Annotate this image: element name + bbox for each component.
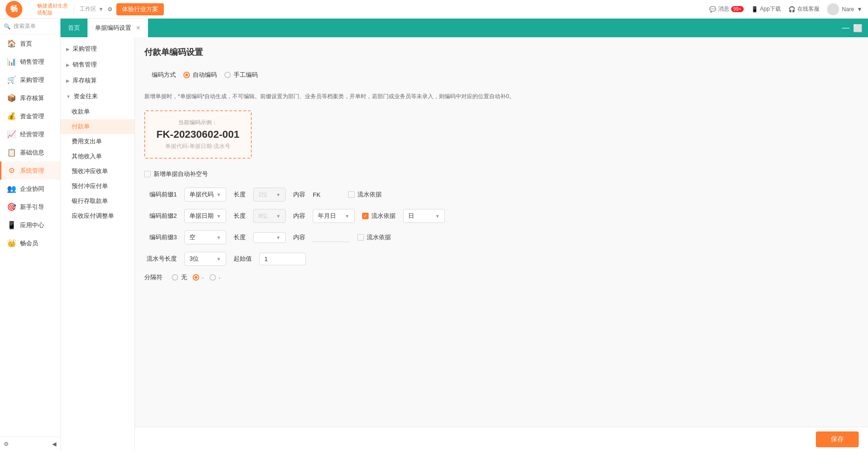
prefix2-label: 编码前缀2 (144, 212, 177, 220)
sidebar-item-member[interactable]: 👑 畅会员 (0, 234, 60, 252)
maximize-btn[interactable]: ⬜ (853, 24, 862, 33)
arrow-down-icon: ▼ (66, 94, 71, 99)
auto-fill-checkbox[interactable] (144, 171, 151, 177)
home-icon: 🏠 (7, 39, 16, 48)
start-value-input[interactable] (259, 253, 306, 265)
prefix1-arrow: ▼ (216, 192, 221, 197)
sep-option-dot1[interactable]: · (193, 274, 204, 281)
sidebar-item-system[interactable]: ⚙ 系统管理 (0, 162, 60, 180)
menu-item-bank[interactable]: 银行存取款单 (61, 194, 135, 209)
app-download-btn[interactable]: 📱 App下载 (751, 5, 781, 13)
menu-item-other-income[interactable]: 其他收入单 (61, 149, 135, 164)
preview-label: 当前编码示例： (156, 119, 240, 127)
user-menu[interactable]: Nare ▼ (827, 3, 862, 15)
prefix2-select[interactable]: 单据日期 ▼ (184, 209, 226, 223)
menu-item-payment[interactable]: 付款单 (61, 119, 135, 134)
purchase-icon: 🛒 (7, 75, 16, 84)
prefix3-label: 编码前缀3 (144, 233, 177, 242)
auto-code-radio[interactable] (183, 72, 190, 78)
menu-group-inventory-title[interactable]: ▶ 库存核算 (61, 73, 135, 88)
serial1-cb-box[interactable] (348, 191, 355, 198)
headset-icon: 🎧 (788, 6, 795, 13)
menu-item-adjust[interactable]: 应收应付调整单 (61, 209, 135, 223)
sep-option-none[interactable]: 无 (172, 273, 187, 282)
sep-none-radio[interactable] (172, 274, 178, 281)
length2-select: 8位 ▼ (253, 209, 286, 223)
serial-length-select[interactable]: 3位 ▼ (184, 252, 226, 266)
manual-code-option[interactable]: 手工编码 (224, 71, 258, 79)
workspace-selector[interactable]: 工作区 ▼ (80, 5, 104, 13)
menu-item-receipt[interactable]: 收款单 (61, 104, 135, 119)
sidebar-item-finance[interactable]: 💰 资金管理 (0, 107, 60, 125)
preview-box: 当前编码示例： FK-20230602-001 单据代码-单据日期-流水号 (144, 110, 252, 159)
length3-select[interactable]: ▼ (253, 232, 286, 243)
sep-option-dot2[interactable]: · (209, 274, 221, 281)
sidebar-item-operations[interactable]: 📈 经营管理 (0, 125, 60, 143)
menu-group-sales-title[interactable]: ▶ 销售管理 (61, 57, 135, 73)
menu-group-inventory: ▶ 库存核算 (61, 73, 135, 88)
sales-icon: 📊 (7, 57, 16, 66)
day-arrow: ▼ (435, 214, 440, 219)
settings-icon-btn[interactable]: ⚙ (108, 6, 113, 13)
online-service-btn[interactable]: 🎧 在线客服 (788, 5, 820, 13)
menu-item-pre-receivable[interactable]: 预收冲应收单 (61, 164, 135, 179)
settings-bottom-btn[interactable]: ⚙ (4, 441, 9, 447)
right-panel: 付款单编码设置 编码方式 自动编码 手工编码 新增单据时，*单据编码*自动生成，… (135, 37, 868, 451)
main-layout: 首页 单据编码设置 ✕ — ⬜ ▶ 采购管理 ▶ 销售管理 (61, 19, 868, 451)
length3-label: 长度 (234, 233, 246, 242)
menu-item-pre-payable[interactable]: 预付冲应付单 (61, 179, 135, 194)
top-bar: 畅 畅捷通好生意 搭配版 工作区 ▼ ⚙ 体验行业方案 💬 消息 99+ 📱 A… (0, 0, 868, 19)
menu-group-purchase-title[interactable]: ▶ 采购管理 (61, 41, 135, 57)
serial2-cb-box[interactable]: ✓ (362, 213, 369, 219)
day-type-select[interactable]: 日 ▼ (403, 209, 445, 223)
serial2-checkbox[interactable]: ✓ 流水依据 (362, 212, 396, 220)
sep-dot2-radio[interactable] (209, 274, 216, 281)
message-btn[interactable]: 💬 消息 99+ (709, 5, 744, 13)
manual-code-radio[interactable] (224, 72, 231, 78)
length1-label: 长度 (234, 190, 246, 199)
arrow-right-icon: ▶ (66, 47, 70, 52)
prefix1-select[interactable]: 单据代码 ▼ (184, 188, 226, 202)
auto-fill-checkbox-row[interactable]: 新增单据自动补空号 (144, 170, 859, 178)
sidebar-item-purchase[interactable]: 🛒 采购管理 (0, 71, 60, 89)
day-select: 日 ▼ (403, 209, 445, 223)
serial3-cb-box[interactable] (357, 234, 364, 241)
prefix3-select[interactable]: 空 ▼ (184, 230, 226, 244)
sidebar-item-apps[interactable]: 📱 应用中心 (0, 216, 60, 234)
sidebar-item-inventory[interactable]: 📦 库存核算 (0, 89, 60, 107)
collapse-btn[interactable]: ◀ (52, 441, 56, 447)
preview-code: FK-20230602-001 (156, 128, 240, 141)
operations-icon: 📈 (7, 130, 16, 139)
experience-btn[interactable]: 体验行业方案 (116, 3, 164, 15)
brand-logo: 畅 (6, 1, 34, 18)
sidebar-item-home[interactable]: 🏠 首页 (0, 34, 60, 53)
serial-length-arrow: ▼ (216, 256, 221, 262)
sidebar-search[interactable]: 🔍 搜索菜单 (0, 19, 60, 34)
sidebar-item-enterprise[interactable]: 👥 企业协同 (0, 180, 60, 198)
serial3-checkbox[interactable]: 流水依据 (357, 233, 391, 242)
auto-code-option[interactable]: 自动编码 (183, 71, 217, 79)
tab-close-icon[interactable]: ✕ (136, 25, 141, 31)
menu-item-expense[interactable]: 费用支出单 (61, 134, 135, 149)
prefix3-arrow: ▼ (216, 235, 221, 240)
length2-label: 长度 (234, 212, 246, 220)
sidebar-item-guide[interactable]: 🎯 新手引导 (0, 198, 60, 216)
content2-label: 内容 (293, 212, 305, 220)
tab-encoding-settings[interactable]: 单据编码设置 ✕ (87, 19, 148, 37)
finance-icon: 💰 (7, 112, 16, 121)
sidebar-item-basic[interactable]: 📋 基础信息 (0, 143, 60, 162)
sidebar: 🔍 搜索菜单 🏠 首页 📊 销售管理 🛒 采购管理 📦 库存核算 💰 资金管理 … (0, 19, 61, 451)
avatar (827, 3, 839, 15)
tab-home[interactable]: 首页 (61, 19, 87, 37)
serial1-checkbox[interactable]: 流水依据 (348, 190, 382, 199)
sep-dot1-radio[interactable] (193, 274, 199, 281)
content2-select[interactable]: 年月日 ▼ (313, 209, 355, 223)
prefix-row-3: 编码前缀3 空 ▼ 长度 ▼ 内容 流水依据 (144, 230, 859, 244)
page-footer: 保存 (135, 427, 868, 451)
sidebar-item-sales[interactable]: 📊 销售管理 (0, 53, 60, 71)
top-bar-left: 畅 畅捷通好生意 搭配版 工作区 ▼ ⚙ 体验行业方案 (6, 1, 706, 18)
save-button[interactable]: 保存 (816, 431, 859, 447)
minimize-btn[interactable]: — (842, 24, 849, 33)
menu-group-finance-title[interactable]: ▼ 资金往来 (61, 88, 135, 104)
length3-arrow: ▼ (276, 235, 281, 240)
